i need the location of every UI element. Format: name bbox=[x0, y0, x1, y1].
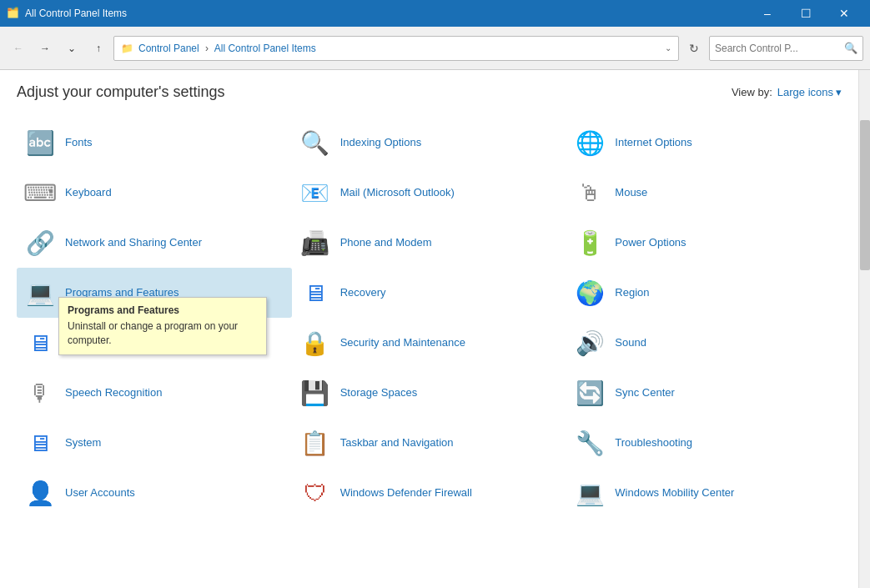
address-icon: 📁 bbox=[121, 43, 133, 54]
storage-label: Storage Spaces bbox=[340, 386, 418, 400]
recovery-label: Recovery bbox=[340, 286, 386, 300]
remote-label: Remote Desktop Connection bbox=[65, 336, 204, 350]
view-by-value: Large icons bbox=[777, 86, 833, 98]
scrollbar-thumb[interactable] bbox=[860, 120, 870, 270]
panel-item-keyboard[interactable]: ⌨Keyboard bbox=[17, 168, 292, 218]
search-box[interactable]: 🔍 bbox=[709, 36, 863, 61]
taskbar-icon: 📋 bbox=[299, 426, 332, 460]
panel-item-sync[interactable]: 🔄Sync Center bbox=[566, 368, 842, 418]
window-controls: – ☐ ✕ bbox=[748, 0, 863, 27]
panel-item-indexing[interactable]: 🔍Indexing Options bbox=[292, 118, 567, 168]
panel-item-network[interactable]: 🔗Network and Sharing Center bbox=[17, 218, 292, 268]
mouse-label: Mouse bbox=[615, 186, 647, 200]
programs-icon: 💻 bbox=[23, 276, 57, 309]
search-icon[interactable]: 🔍 bbox=[844, 42, 857, 54]
panel-item-remote[interactable]: 🖥Remote Desktop Connection bbox=[17, 318, 292, 368]
panel-item-region[interactable]: 🌍Region bbox=[566, 268, 842, 318]
indexing-icon: 🔍 bbox=[299, 126, 332, 159]
panel-item-system[interactable]: 🖥System bbox=[17, 418, 292, 468]
breadcrumb-part2[interactable]: All Control Panel Items bbox=[214, 43, 316, 54]
tooltip-title: Programs and Features bbox=[68, 304, 258, 316]
back-button[interactable]: ← bbox=[7, 37, 30, 60]
title-bar: 🗂️ All Control Panel Items – ☐ ✕ bbox=[0, 0, 870, 27]
system-label: System bbox=[65, 436, 101, 450]
mouse-icon: 🖱 bbox=[573, 176, 606, 209]
troubleshoot-icon: 🔧 bbox=[573, 426, 606, 460]
sync-icon: 🔄 bbox=[573, 376, 606, 410]
mail-label: Mail (Microsoft Outlook) bbox=[340, 186, 455, 200]
keyboard-label: Keyboard bbox=[65, 186, 112, 200]
panel-item-phone[interactable]: 📠Phone and Modem bbox=[292, 218, 567, 268]
recent-button[interactable]: ⌄ bbox=[60, 37, 83, 60]
panel-item-recovery[interactable]: 🖥Recovery bbox=[292, 268, 567, 318]
panel-item-mobility[interactable]: 💻Windows Mobility Center bbox=[566, 468, 842, 518]
view-by: View by: Large icons ▾ bbox=[732, 86, 842, 98]
sound-icon: 🔊 bbox=[573, 326, 606, 359]
power-label: Power Options bbox=[615, 236, 686, 250]
internet-label: Internet Options bbox=[615, 136, 692, 150]
region-label: Region bbox=[615, 286, 649, 300]
search-input[interactable] bbox=[715, 43, 844, 54]
internet-icon: 🌐 bbox=[573, 126, 606, 159]
panel-item-speech[interactable]: 🎙Speech Recognition bbox=[17, 368, 292, 418]
indexing-label: Indexing Options bbox=[340, 136, 422, 150]
panel-item-internet[interactable]: 🌐Internet Options bbox=[566, 118, 842, 168]
panel-item-fonts[interactable]: 🔤Fonts bbox=[17, 118, 292, 168]
keyboard-icon: ⌨ bbox=[23, 176, 57, 209]
address-field[interactable]: 📁 Control Panel › All Control Panel Item… bbox=[113, 36, 679, 61]
address-chevron-icon[interactable]: ⌄ bbox=[665, 43, 671, 53]
phone-icon: 📠 bbox=[299, 226, 332, 259]
content-area: Adjust your computer's settings View by:… bbox=[0, 70, 858, 588]
fonts-icon: 🔤 bbox=[23, 126, 57, 159]
forward-button[interactable]: → bbox=[33, 37, 57, 60]
mobility-label: Windows Mobility Center bbox=[615, 486, 734, 500]
panel-item-taskbar[interactable]: 📋Taskbar and Navigation bbox=[292, 418, 567, 468]
address-bar: ← → ⌄ ↑ 📁 Control Panel › All Control Pa… bbox=[0, 27, 870, 70]
panel-item-troubleshoot[interactable]: 🔧Troubleshooting bbox=[566, 418, 842, 468]
troubleshoot-label: Troubleshooting bbox=[615, 436, 692, 450]
speech-label: Speech Recognition bbox=[65, 386, 162, 400]
sound-label: Sound bbox=[615, 336, 646, 350]
refresh-button[interactable]: ↻ bbox=[682, 37, 706, 60]
panel-item-sound[interactable]: 🔊Sound bbox=[566, 318, 842, 368]
network-label: Network and Sharing Center bbox=[65, 236, 202, 250]
up-button[interactable]: ↑ bbox=[87, 37, 110, 60]
network-icon: 🔗 bbox=[23, 226, 57, 259]
address-path: Control Panel › All Control Panel Items bbox=[138, 43, 660, 54]
user-icon: 👤 bbox=[23, 476, 57, 510]
items-grid: 🔤Fonts🔍Indexing Options🌐Internet Options… bbox=[17, 118, 842, 518]
breadcrumb-sep1: › bbox=[205, 43, 209, 54]
panel-item-security[interactable]: 🔒Security and Maintenance bbox=[292, 318, 567, 368]
mail-icon: 📧 bbox=[299, 176, 332, 209]
page-header: Adjust your computer's settings View by:… bbox=[17, 83, 842, 101]
panel-item-storage[interactable]: 💾Storage Spaces bbox=[292, 368, 567, 418]
security-icon: 🔒 bbox=[299, 326, 332, 359]
region-icon: 🌍 bbox=[573, 276, 606, 309]
power-icon: 🔋 bbox=[573, 226, 606, 259]
scrollbar[interactable] bbox=[858, 70, 870, 588]
panel-item-mail[interactable]: 📧Mail (Microsoft Outlook) bbox=[292, 168, 567, 218]
minimize-button[interactable]: – bbox=[748, 0, 787, 27]
sync-label: Sync Center bbox=[615, 386, 675, 400]
panel-item-programs[interactable]: 💻Programs and FeaturesPrograms and Featu… bbox=[17, 268, 292, 318]
panel-item-mouse[interactable]: 🖱Mouse bbox=[566, 168, 842, 218]
speech-icon: 🎙 bbox=[23, 376, 57, 410]
taskbar-label: Taskbar and Navigation bbox=[340, 436, 454, 450]
remote-icon: 🖥 bbox=[23, 326, 57, 359]
view-by-link[interactable]: Large icons ▾ bbox=[777, 86, 842, 98]
window-title: All Control Panel Items bbox=[25, 8, 748, 19]
window-icon: 🗂️ bbox=[7, 7, 20, 20]
breadcrumb-part1[interactable]: Control Panel bbox=[138, 43, 199, 54]
panel-item-power[interactable]: 🔋Power Options bbox=[566, 218, 842, 268]
security-label: Security and Maintenance bbox=[340, 336, 465, 350]
view-by-label: View by: bbox=[732, 86, 772, 98]
mobility-icon: 💻 bbox=[573, 476, 606, 510]
panel-item-user[interactable]: 👤User Accounts bbox=[17, 468, 292, 518]
view-by-chevron-icon: ▾ bbox=[836, 86, 842, 98]
defender-icon: 🛡 bbox=[299, 476, 332, 510]
programs-label: Programs and Features bbox=[65, 286, 179, 300]
close-button[interactable]: ✕ bbox=[825, 0, 863, 27]
fonts-label: Fonts bbox=[65, 136, 93, 150]
maximize-button[interactable]: ☐ bbox=[787, 0, 825, 27]
panel-item-defender[interactable]: 🛡Windows Defender Firewall bbox=[292, 468, 567, 518]
